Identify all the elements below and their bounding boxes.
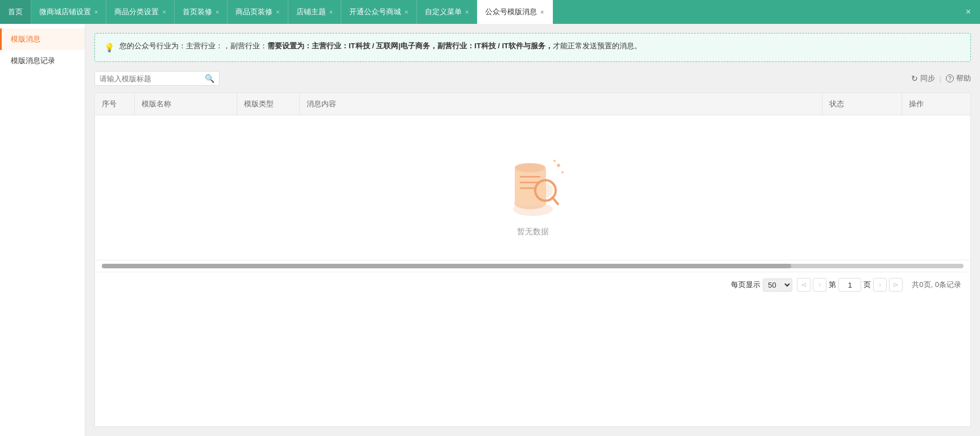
alert-text: 您的公众号行业为：主营行业：，副营行业：需要设置为：主营行业：IT科技 / 互联…	[119, 40, 642, 52]
sidebar-item-template-msg-label: 模版消息	[11, 35, 40, 43]
page-size-label: 每页显示	[731, 280, 760, 290]
nav-tab-product[interactable]: 商品页装修 ×	[228, 0, 288, 24]
search-input[interactable]	[100, 74, 205, 83]
sidebar: 模版消息 模版消息记录	[0, 24, 85, 436]
alert-highlight: 需要设置为：主营行业：IT科技 / 互联网|电子商务，副营行业：IT科技 / I…	[267, 41, 553, 50]
page-size-dropdown[interactable]: 10 20 50 100	[763, 279, 792, 292]
svg-point-10	[557, 164, 560, 167]
scrollbar-area[interactable]	[95, 260, 970, 272]
sidebar-item-template-log-label: 模版消息记录	[11, 56, 55, 65]
toolbar-divider: |	[940, 74, 941, 83]
nav-tab-homepage-close[interactable]: ×	[216, 9, 219, 15]
page-nav: ⊲ ‹ 第 页 › ⊳	[797, 278, 903, 292]
empty-state: 暂无数据	[95, 115, 970, 260]
table-header: 序号 模版名称 模版类型 消息内容 状态 操作	[95, 93, 970, 115]
nav-tab-product-close[interactable]: ×	[276, 9, 279, 15]
empty-illustration	[499, 150, 567, 218]
nav-tab-home[interactable]: 首页	[0, 0, 31, 24]
alert-box: 💡 您的公众号行业为：主营行业：，副营行业：需要设置为：主营行业：IT科技 / …	[94, 33, 971, 62]
nav-tab-category-close[interactable]: ×	[162, 9, 166, 15]
nav-tab-weshop-close[interactable]: ×	[94, 9, 98, 15]
nav-tab-mall-label: 开通公众号商城	[349, 7, 401, 17]
page-size-select: 每页显示 10 20 50 100	[731, 279, 792, 292]
nav-tab-product-label: 商品页装修	[235, 7, 272, 17]
scrollbar-track[interactable]	[102, 264, 964, 268]
nav-tab-custommenu[interactable]: 自定义菜单 ×	[417, 0, 477, 24]
nav-tab-template[interactable]: 公众号模版消息 ×	[477, 0, 552, 24]
top-nav: 首页 微商城店铺设置 × 商品分类设置 × 首页装修 × 商品页装修 × 店铺主…	[0, 0, 980, 24]
nav-tab-mall[interactable]: 开通公众号商城 ×	[341, 0, 416, 24]
sync-button[interactable]: ↻ 同步	[911, 73, 935, 84]
svg-point-8	[538, 183, 553, 198]
nav-tab-homepage[interactable]: 首页装修 ×	[175, 0, 228, 24]
next-page-button[interactable]: ›	[873, 278, 887, 292]
nav-tab-weshop-label: 微商城店铺设置	[39, 7, 91, 17]
nav-tab-custommenu-close[interactable]: ×	[465, 9, 469, 15]
nav-tab-theme[interactable]: 店铺主题 ×	[288, 0, 341, 24]
scrollbar-thumb[interactable]	[102, 264, 791, 268]
col-status: 状态	[822, 93, 902, 115]
toolbar-right: ↻ 同步 | ? 帮助	[911, 73, 971, 84]
first-page-button[interactable]: ⊲	[797, 278, 811, 292]
sync-label: 同步	[920, 73, 935, 84]
col-name: 模版名称	[135, 93, 237, 115]
alert-prefix: 您的公众号行业为：主营行业：，副营行业：	[119, 41, 267, 50]
sidebar-item-template-msg[interactable]: 模版消息	[0, 28, 85, 50]
search-icon[interactable]: 🔍	[205, 74, 214, 83]
close-all-button[interactable]: ×	[957, 7, 980, 17]
nav-tab-mall-close[interactable]: ×	[404, 9, 408, 15]
nav-tab-template-close[interactable]: ×	[540, 9, 544, 15]
nav-tab-weshop[interactable]: 微商城店铺设置 ×	[31, 0, 106, 24]
nav-tab-custommenu-label: 自定义菜单	[425, 7, 462, 17]
search-box: 🔍	[94, 71, 220, 86]
toolbar-row: 🔍 ↻ 同步 | ? 帮助	[94, 71, 971, 86]
prev-page-button[interactable]: ‹	[813, 278, 826, 292]
empty-text: 暂无数据	[517, 227, 549, 237]
nav-tab-template-label: 公众号模版消息	[485, 7, 537, 17]
col-content: 消息内容	[300, 93, 822, 115]
nav-tab-home-label: 首页	[8, 7, 23, 17]
pagination: 每页显示 10 20 50 100 ⊲ ‹ 第 页 › ⊳	[95, 272, 970, 297]
sidebar-item-template-log[interactable]: 模版消息记录	[0, 50, 85, 72]
svg-line-9	[552, 197, 558, 204]
page-input[interactable]	[838, 278, 861, 292]
help-icon: ?	[946, 74, 954, 82]
content-area: 💡 您的公众号行业为：主营行业：，副营行业：需要设置为：主营行业：IT科技 / …	[85, 24, 980, 436]
page-unit: 页	[863, 280, 871, 290]
nav-tab-category-label: 商品分类设置	[114, 7, 159, 17]
nav-tab-theme-close[interactable]: ×	[329, 9, 333, 15]
svg-point-11	[561, 171, 564, 173]
nav-tab-category[interactable]: 商品分类设置 ×	[106, 0, 174, 24]
main-layout: 模版消息 模版消息记录 💡 您的公众号行业为：主营行业：，副营行业：需要设置为：…	[0, 24, 980, 436]
alert-suffix: 才能正常发送预置的消息。	[553, 41, 642, 50]
col-action: 操作	[902, 93, 970, 115]
page-label: 第	[829, 280, 836, 290]
col-type: 模版类型	[237, 93, 300, 115]
bulb-icon: 💡	[104, 41, 115, 55]
svg-point-6	[515, 163, 545, 172]
sync-icon: ↻	[911, 74, 918, 83]
total-info: 共0页, 0条记录	[912, 280, 961, 290]
svg-point-12	[553, 160, 556, 162]
help-label: 帮助	[956, 73, 971, 84]
nav-tab-homepage-label: 首页装修	[183, 7, 212, 17]
nav-tab-theme-label: 店铺主题	[296, 7, 326, 17]
table-wrap: 序号 模版名称 模版类型 消息内容 状态 操作	[94, 93, 971, 427]
col-no: 序号	[95, 93, 135, 115]
last-page-button[interactable]: ⊳	[889, 278, 903, 292]
help-button[interactable]: ? 帮助	[946, 73, 971, 84]
